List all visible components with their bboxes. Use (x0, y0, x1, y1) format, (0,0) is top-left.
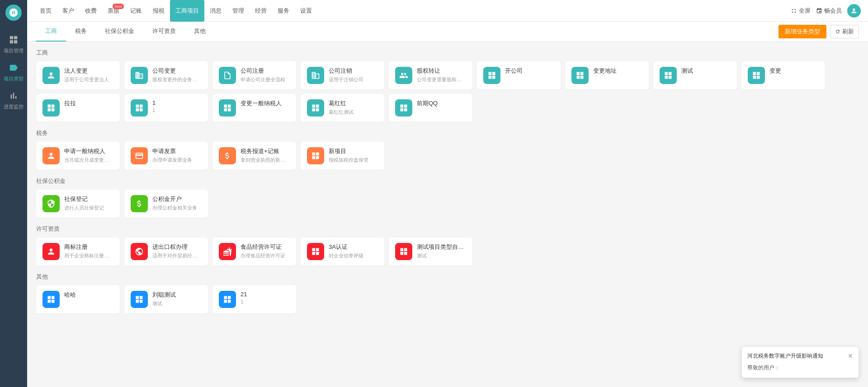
card-new-project[interactable]: 新项目 报税加税控盘保管 (301, 142, 384, 170)
section-title-tax: 税务 (36, 129, 859, 137)
nav-tax[interactable]: 报税 (147, 0, 170, 22)
tab-license[interactable]: 许可资质 (143, 22, 185, 42)
nav-manage[interactable]: 管理 (227, 0, 250, 22)
card-test1[interactable]: 测试 (653, 61, 737, 89)
add-business-type-button[interactable]: 新增业务类型 (778, 25, 826, 38)
card-icon (219, 99, 236, 117)
sidebar-item-project-manage[interactable]: 项目管理 (0, 30, 27, 58)
card-apply-taxpayer[interactable]: 申请一般纳税人 当月或次月成变更完成 (36, 142, 120, 170)
card-haha[interactable]: 哈哈 (36, 285, 120, 313)
nav-home[interactable]: 首页 (34, 0, 57, 22)
card-tax-bookkeeping[interactable]: 税务报道+记账 拿到营业执照的新公司 (212, 142, 296, 170)
section-title-other: 其他 (36, 273, 859, 281)
card-gehonghong[interactable]: 葛红红 葛红红测试 (301, 94, 384, 122)
card-company-cancel[interactable]: 公司注销 适用于注销公司 (301, 61, 384, 89)
card-icon (131, 243, 148, 260)
card-desc: 适用于注销公司 (329, 76, 378, 83)
card-apply-invoice[interactable]: 申请发票 办理申请发票业务 (124, 142, 208, 170)
card-21[interactable]: 21 1 (212, 285, 296, 313)
card-change-taxpayer[interactable]: 变更一般纳税人 (212, 94, 296, 122)
card-legal-person-change[interactable]: 法人变更 适用于公司变更法人 (36, 61, 120, 89)
main-content: 工商 法人变更 适用于公司变更法人 (27, 42, 868, 387)
sidebar-item-label: 进度监控 (4, 103, 24, 110)
card-body: 测试 (681, 67, 731, 76)
card-title: 社保登记 (64, 195, 113, 203)
nav-customer[interactable]: 客户 (57, 0, 80, 22)
tab-tax[interactable]: 税务 (66, 22, 96, 42)
tab-industrial[interactable]: 工商 (36, 22, 66, 42)
card-fund-open[interactable]: 公积金开户 办理公积金相关业务 (124, 190, 208, 218)
user-avatar[interactable] (847, 4, 861, 18)
tab-social-security[interactable]: 社保公积金 (96, 22, 143, 42)
card-import-export[interactable]: 进出口权办理 适用于对外贸易经营者 (124, 238, 208, 266)
card-early-qq[interactable]: 前期QQ (389, 94, 472, 122)
card-body: 变更 (769, 67, 819, 76)
card-food-license[interactable]: 食品经营许可证 办理食品经营许可证 (212, 238, 296, 266)
card-body: 税务报道+记账 拿到营业执照的新公司 (241, 147, 290, 163)
card-title: 公积金开户 (152, 195, 202, 203)
card-icon (307, 243, 324, 260)
card-open-company[interactable]: 开公司 (477, 61, 561, 89)
notification-title: 河北税务数字账户升级影响通知 (747, 352, 823, 360)
card-title: 新项目 (329, 147, 378, 155)
nav-message[interactable]: 消息 (204, 0, 227, 22)
card-lala[interactable]: 拉拉 (36, 94, 120, 122)
card-desc: 对企业信誉评级 (329, 252, 378, 259)
nav-service[interactable]: 服务 (272, 0, 295, 22)
card-desc: 1 (241, 299, 290, 304)
card-title: 测试 (681, 67, 731, 75)
card-desc: 办理食品经营许可证 (241, 252, 290, 259)
card-title: 公司注册 (241, 67, 290, 75)
cards-grid-tax: 申请一般纳税人 当月或次月成变更完成 申请发票 办理申请发票业务 (36, 142, 859, 170)
card-icon (42, 291, 60, 308)
card-change-address[interactable]: 变更地址 (565, 61, 649, 89)
nav-industrial[interactable]: 工商项目 (170, 0, 204, 22)
fullscreen-btn[interactable]: 全屏 (791, 7, 811, 15)
card-desc: 报税加税控盘保管 (329, 157, 378, 163)
card-body: 进出口权办理 适用于对外贸易经营者 (152, 243, 202, 259)
card-desc: 适用于对外贸易经营者 (152, 252, 202, 259)
card-title: 申请一般纳税人 (64, 147, 113, 155)
notification-close-button[interactable]: ✕ (848, 352, 853, 359)
top-nav: 首页 客户 收费 票据 new 记账 报税 工商项目 消息 管理 经营 服务 设… (27, 0, 868, 22)
card-icon (395, 243, 412, 260)
cards-grid-other: 哈哈 刘聪测试 测试 (36, 285, 859, 313)
card-title: 刘聪测试 (152, 291, 202, 299)
card-icon (131, 291, 148, 308)
card-title: 前期QQ (417, 99, 466, 107)
nav-settings[interactable]: 设置 (295, 0, 317, 22)
card-equity-transfer[interactable]: 股权转让 公司变更需要股权转让 (389, 61, 472, 89)
card-title: 1 (152, 99, 202, 106)
nav-operation[interactable]: 经营 (250, 0, 272, 22)
content-area: 工商 税务 社保公积金 许可资质 其他 新增业务类型 刷新 工商 (27, 22, 868, 387)
card-desc: 葛红红测试 (329, 109, 378, 116)
sidebar-item-progress-monitor[interactable]: 进度监控 (0, 86, 27, 114)
card-3a-cert[interactable]: 3A认证 对企业信誉评级 (301, 238, 384, 266)
tab-other[interactable]: 其他 (185, 22, 215, 42)
card-title: 申请发票 (152, 147, 202, 155)
card-body: 商标注册 用于企业商标注册服务 (64, 243, 113, 259)
card-change[interactable]: 变更 (741, 61, 825, 89)
card-company-register[interactable]: 公司注册 申请公司注册全流程 (212, 61, 296, 89)
chart-icon (7, 89, 20, 102)
card-desc: 进行人员社保登记 (64, 205, 113, 211)
nav-bookkeeping[interactable]: 记账 (125, 0, 147, 22)
card-company-change[interactable]: 公司变更 股权变更外的业务变更 (124, 61, 208, 89)
nav-billing[interactable]: 收费 (80, 0, 102, 22)
cards-grid-industrial: 法人变更 适用于公司变更法人 公司变更 股权变更外的业务变更 (36, 61, 859, 122)
sidebar-item-project-type[interactable]: 项目类型 (0, 58, 27, 86)
new-badge: new (113, 4, 124, 9)
card-icon (42, 67, 60, 84)
card-test-type-define[interactable]: 测试项目类型自定义 测试 (389, 238, 472, 266)
card-social-register[interactable]: 社保登记 进行人员社保登记 (36, 190, 120, 218)
card-desc: 测试 (417, 252, 466, 259)
card-desc: 适用于公司变更法人 (64, 76, 113, 83)
card-trademark[interactable]: 商标注册 用于企业商标注册服务 (36, 238, 120, 266)
refresh-button[interactable]: 刷新 (830, 25, 859, 38)
card-one[interactable]: 1 1 (124, 94, 208, 122)
nav-tickets[interactable]: 票据 new (102, 0, 125, 22)
member-btn[interactable]: 畅会员 (816, 7, 842, 15)
card-liucong-test[interactable]: 刘聪测试 测试 (124, 285, 208, 313)
card-body: 社保登记 进行人员社保登记 (64, 195, 113, 211)
card-title: 变更一般纳税人 (241, 99, 290, 107)
